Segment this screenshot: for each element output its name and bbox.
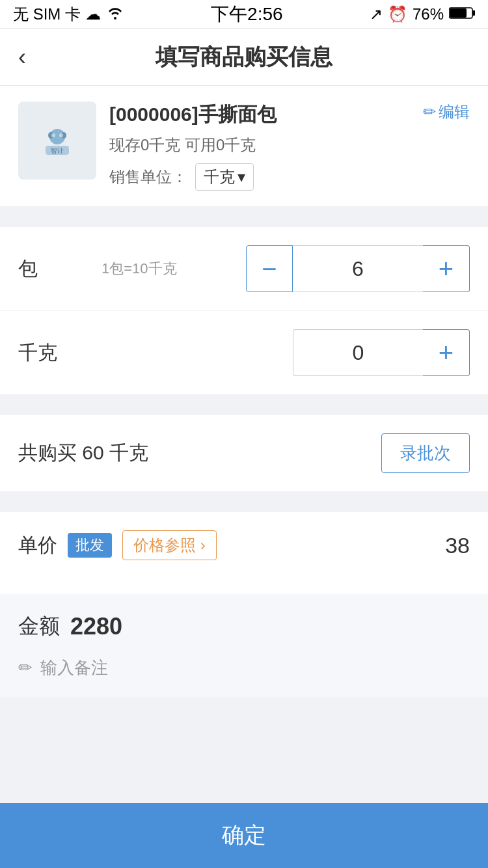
kg-plus-button[interactable]: + xyxy=(423,329,470,376)
amount-section: 金额 2280 ✏ 输入备注 xyxy=(0,594,488,698)
product-section: 智计 [0000006]手撕面包 现存0千克 可用0千克 销售单位： 千克 ▾ … xyxy=(0,86,488,206)
batch-button[interactable]: 录批次 xyxy=(381,433,470,473)
price-ref-button[interactable]: 价格参照 › xyxy=(122,530,217,560)
svg-point-6 xyxy=(51,133,55,137)
bao-hint: 1包=10千克 xyxy=(102,259,177,278)
price-row: 单价 批发 价格参照 › 38 xyxy=(18,530,470,560)
total-section: 共购买 60 千克 录批次 xyxy=(0,415,488,491)
product-name: [0000006]手撕面包 xyxy=(109,102,470,128)
battery-icon xyxy=(449,5,475,23)
kg-input[interactable] xyxy=(293,329,423,376)
unit-label: 销售单位： xyxy=(109,167,187,187)
bao-plus-button[interactable]: + xyxy=(423,245,470,292)
wifi-icon xyxy=(106,5,124,23)
product-stock: 现存0千克 可用0千克 xyxy=(109,135,470,156)
status-bar: 无 SIM 卡 ☁ 下午2:56 ↗ ⏰ 76% xyxy=(0,0,488,29)
bao-row: 包 1包=10千克 − + xyxy=(0,227,488,311)
kg-row: 千克 + xyxy=(0,311,488,394)
location-icon: ↗ xyxy=(370,5,383,23)
svg-text:智计: 智计 xyxy=(51,147,64,154)
product-unit-row: 销售单位： 千克 ▾ xyxy=(109,163,470,191)
amount-label: 金额 xyxy=(18,612,60,641)
price-badge: 批发 xyxy=(68,533,112,558)
edit-button[interactable]: ✏ 编辑 xyxy=(423,102,470,122)
kg-label: 千克 xyxy=(18,340,96,366)
status-right: ↗ ⏰ 76% xyxy=(370,5,475,23)
status-time: 下午2:56 xyxy=(211,2,283,27)
svg-rect-1 xyxy=(472,10,475,16)
confirm-bar[interactable]: 确定 xyxy=(0,803,488,868)
sim-label: 无 SIM 卡 ☁ xyxy=(13,4,101,25)
product-image: 智计 xyxy=(18,102,96,180)
svg-rect-2 xyxy=(450,8,467,18)
remark-placeholder: 输入备注 xyxy=(40,657,108,679)
edit-icon: ✏ xyxy=(423,103,436,121)
bao-label: 包 xyxy=(18,256,96,282)
separator-2 xyxy=(0,405,488,415)
alarm-icon: ⏰ xyxy=(388,5,407,23)
bao-input[interactable] xyxy=(293,245,423,292)
svg-point-7 xyxy=(59,133,63,137)
page-title: 填写商品购买信息 xyxy=(156,42,332,72)
bao-controls: − + xyxy=(246,245,470,292)
product-info: [0000006]手撕面包 现存0千克 可用0千克 销售单位： 千克 ▾ xyxy=(109,102,470,191)
nav-bar: ‹ 填写商品购买信息 xyxy=(0,29,488,86)
battery-label: 76% xyxy=(413,5,444,23)
price-value: 38 xyxy=(445,533,470,558)
bao-minus-button[interactable]: − xyxy=(246,245,293,292)
input-section: 包 1包=10千克 − + 千克 + xyxy=(0,227,488,394)
amount-value: 2280 xyxy=(70,613,122,640)
confirm-text: 确定 xyxy=(222,821,266,850)
total-text: 共购买 60 千克 xyxy=(18,440,148,467)
status-left: 无 SIM 卡 ☁ xyxy=(13,4,124,25)
separator-3 xyxy=(0,502,488,512)
pencil-icon: ✏ xyxy=(18,658,33,678)
kg-controls: + xyxy=(293,329,470,376)
price-section: 单价 批发 价格参照 › 38 xyxy=(0,512,488,594)
price-label: 单价 xyxy=(18,532,57,559)
back-button[interactable]: ‹ xyxy=(18,44,26,71)
remark-row[interactable]: ✏ 输入备注 xyxy=(18,657,470,698)
separator-1 xyxy=(0,217,488,227)
amount-row: 金额 2280 xyxy=(18,612,470,657)
unit-select[interactable]: 千克 ▾ xyxy=(195,163,254,191)
